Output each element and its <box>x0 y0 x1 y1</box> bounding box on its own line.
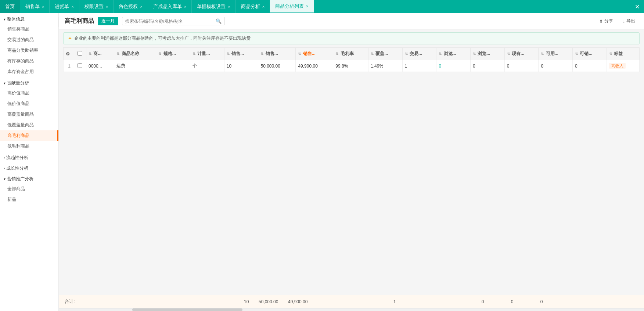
sort-icon: ⇅ <box>89 52 91 56</box>
close-role-auth[interactable]: × <box>140 4 142 9</box>
sort-icon-14: ⇅ <box>541 52 544 56</box>
row-spec <box>156 60 190 72</box>
export-button[interactable]: ↓ 导出 <box>620 17 638 25</box>
settings-icon[interactable]: ⚙ <box>66 51 70 57</box>
top-navigation: 首页 销售单 × 进货单 × 权限设置 × 角色授权 × 产成品入库单 × 单据… <box>0 0 644 13</box>
nav-permission-settings[interactable]: 权限设置 × <box>79 0 114 13</box>
row-code: 0000... <box>86 60 114 72</box>
col-unit[interactable]: ⇅ 计量... <box>190 48 224 60</box>
col-browse1[interactable]: ⇅ 浏览... <box>436 48 471 60</box>
nav-product-analysis-list[interactable]: 商品分析列表 × <box>270 0 314 13</box>
nav-home[interactable]: 首页 <box>0 0 20 13</box>
col-stock3[interactable]: ⇅ 可销... <box>573 48 607 60</box>
table-container[interactable]: ⚙ ⇅ 商... ⇅ 商品名称 <box>59 47 644 295</box>
scrollbar-thumb[interactable] <box>132 308 242 311</box>
sidebar-item-in-stock-goods[interactable]: 有库存的商品 <box>0 56 58 66</box>
sort-icon-13: ⇅ <box>507 52 510 56</box>
sidebar-item-category-rate[interactable]: 商品分类助销率 <box>0 45 58 56</box>
row-name: 运费 <box>114 60 156 72</box>
sidebar-item-traded-goods[interactable]: 交易过的商品 <box>0 35 58 45</box>
table-row[interactable]: 1 0000... 运费 个 10 50,000.00 49,900.00 99… <box>64 60 640 72</box>
sidebar-item-stock-capital[interactable]: 库存资金占用 <box>0 66 58 77</box>
sidebar-group-growth-analysis[interactable]: › 成长性分析 <box>0 162 58 173</box>
close-product-storage[interactable]: × <box>184 4 186 9</box>
sort-icon-10: ⇅ <box>405 52 408 56</box>
sidebar-item-high-value[interactable]: 高价值商品 <box>0 88 58 98</box>
nav-doc-template[interactable]: 单据模板设置 × <box>192 0 235 13</box>
sidebar-item-low-coverage[interactable]: 低覆盖量商品 <box>0 120 58 130</box>
col-trade[interactable]: ⇅ 交易... <box>402 48 436 60</box>
col-coverage[interactable]: ⇅ 覆盖... <box>368 48 403 60</box>
sidebar-item-high-margin[interactable]: 高毛利商品 <box>0 130 58 141</box>
sidebar-item-all-goods[interactable]: 全部商品 <box>0 184 58 194</box>
col-sales3[interactable]: ⇅ 销售... <box>296 48 333 60</box>
col-tag[interactable]: ⇅ 标签 <box>607 48 639 60</box>
sidebar-toggle[interactable]: 《 <box>58 17 59 27</box>
close-product-analysis[interactable]: × <box>262 4 265 9</box>
close-product-analysis-list[interactable]: × <box>306 4 308 8</box>
select-all-checkbox[interactable] <box>78 51 82 56</box>
sort-icon-6: ⇅ <box>260 52 263 56</box>
sidebar-group-contribution-analysis[interactable]: ▾ 贡献量分析 <box>0 77 58 88</box>
nav-product-analysis[interactable]: 商品分析 × <box>236 0 270 13</box>
window-close-button[interactable]: ✕ <box>635 3 640 10</box>
page-title: 高毛利商品 <box>65 17 94 25</box>
col-sales1[interactable]: ⇅ 销售... <box>224 48 258 60</box>
nav-product-storage[interactable]: 产成品入库单 × <box>148 0 192 13</box>
table-header-row: ⚙ ⇅ 商... ⇅ 商品名称 <box>64 48 640 60</box>
col-sales2[interactable]: ⇅ 销售... <box>258 48 296 60</box>
col-code[interactable]: ⇅ 商... <box>86 48 114 60</box>
close-sales-order[interactable]: × <box>42 4 44 9</box>
row-unit: 个 <box>190 60 224 72</box>
col-browse2[interactable]: ⇅ 浏览... <box>471 48 505 60</box>
row-checkbox[interactable] <box>75 60 86 72</box>
search-icon[interactable]: 🔍 <box>216 18 222 24</box>
col-stock2[interactable]: ⇅ 可用... <box>539 48 573 60</box>
nav-sales-order[interactable]: 销售单 × <box>20 0 50 13</box>
sort-icon-7: ⇅ <box>298 52 301 56</box>
sort-icon-12: ⇅ <box>473 52 476 56</box>
row-select-checkbox[interactable] <box>78 63 82 68</box>
tag-badge: 高收入 <box>609 63 626 69</box>
search-box: 🔍 <box>122 17 225 25</box>
sidebar-item-high-coverage[interactable]: 高覆盖量商品 <box>0 109 58 120</box>
nav-purchase-order[interactable]: 进货单 × <box>50 0 79 13</box>
sidebar-item-low-value[interactable]: 低价值商品 <box>0 98 58 109</box>
col-stock1[interactable]: ⇅ 现有... <box>504 48 539 60</box>
table-footer: 合计: 10 50,000.00 49,900.00 1 0 0 0 <box>59 295 644 308</box>
row-no: 1 <box>64 60 75 72</box>
col-name[interactable]: ⇅ 商品名称 <box>114 48 156 60</box>
row-stock2: 0 <box>539 60 573 72</box>
row-stock3: 0 <box>573 60 607 72</box>
horizontal-scrollbar[interactable] <box>59 308 644 311</box>
content-area: 高毛利商品 近一月 🔍 ⬆ 分享 ↓ 导出 ✦ 企业的主要的利润都是这部分商品创… <box>59 13 644 311</box>
sort-icon-2: ⇅ <box>116 52 119 56</box>
arrow-icon-4: › <box>4 166 5 170</box>
sidebar-item-sales-goods[interactable]: 销售类商品 <box>0 24 58 35</box>
row-browse1[interactable]: 0 <box>436 60 471 72</box>
sidebar: 《 ▾ 整体信息 销售类商品 交易过的商品 商品分类助销率 有库存的商品 库存资… <box>0 13 59 311</box>
col-settings[interactable]: ⚙ <box>64 48 75 60</box>
row-sales3: 49,900.00 <box>296 60 333 72</box>
tip-icon: ✦ <box>68 36 72 41</box>
col-gross-rate[interactable]: ⇅ 毛利率 <box>333 48 368 60</box>
sort-icon-15: ⇅ <box>575 52 578 56</box>
sidebar-group-trend-analysis[interactable]: › 流趋性分析 <box>0 152 58 162</box>
sidebar-group-overall-info[interactable]: ▾ 整体信息 <box>0 13 58 24</box>
close-permission-settings[interactable]: × <box>106 4 108 9</box>
sidebar-item-new-goods[interactable]: 新品 <box>0 194 58 205</box>
arrow-icon: ▾ <box>4 17 6 21</box>
info-bar: ✦ 企业的主要的利润都是这部分商品创造的，可考虑加大推广，同时关注库存是不要出现… <box>63 32 640 44</box>
sidebar-group-marketing-analysis[interactable]: ▾ 营销推广分析 <box>0 173 58 184</box>
close-purchase-order[interactable]: × <box>71 4 73 9</box>
col-spec[interactable]: ⇅ 规格... <box>156 48 190 60</box>
date-filter-button[interactable]: 近一月 <box>98 17 118 25</box>
share-button[interactable]: ⬆ 分享 <box>596 17 616 25</box>
export-icon: ↓ <box>623 19 625 24</box>
sidebar-item-low-margin[interactable]: 低毛利商品 <box>0 141 58 152</box>
close-doc-template[interactable]: × <box>228 4 230 9</box>
sort-icon-16: ⇅ <box>609 52 612 56</box>
search-input[interactable] <box>125 19 216 24</box>
nav-role-auth[interactable]: 角色授权 × <box>114 0 148 13</box>
arrow-icon-5: ▾ <box>4 177 6 181</box>
